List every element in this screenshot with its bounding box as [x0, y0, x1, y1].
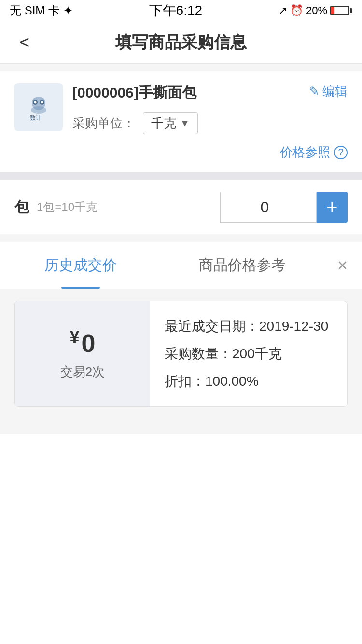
status-left: 无 SIM 卡 ✦ [10, 3, 73, 18]
alarm-icon: ⏰ [290, 4, 303, 17]
purchase-quantity-value: 200千克 [232, 346, 282, 361]
edit-label: 编辑 [322, 83, 348, 100]
price-ref-label: 价格参照 [280, 144, 330, 161]
discount-label: 折扣： [165, 374, 205, 389]
product-info: [0000006]手撕面包 采购单位： 千克 ▼ [72, 83, 198, 134]
quantity-plus-button[interactable]: + [317, 192, 348, 223]
history-details: 最近成交日期：2019-12-30 采购数量：200千克 折扣：100.00% [150, 301, 347, 406]
purchase-quantity-item: 采购数量：200千克 [165, 344, 333, 363]
quantity-sub-label: 1包=10千克 [37, 199, 97, 215]
product-card: 数计 [0000006]手撕面包 采购单位： 千克 ▼ ✎ 编辑 价格参照 [0, 71, 362, 172]
product-name: [0000006]手撕面包 [72, 83, 198, 103]
nav-bar: < 填写商品采购信息 [0, 21, 362, 64]
status-bar: 无 SIM 卡 ✦ 下午6:12 ↗ ⏰ 20% [0, 0, 362, 21]
history-price-value: ¥0 [70, 327, 96, 358]
sim-label: 无 SIM 卡 ✦ [10, 3, 73, 18]
discount-item: 折扣：100.00% [165, 372, 333, 391]
status-time: 下午6:12 [149, 1, 203, 20]
price-number: 0 [82, 329, 96, 357]
page-title: 填写商品采购信息 [115, 31, 247, 54]
chevron-down-icon: ▼ [180, 118, 190, 129]
tab-close-button[interactable]: × [323, 255, 362, 276]
bottom-area [0, 434, 362, 644]
tab-price-reference[interactable]: 商品价格参考 [161, 242, 322, 289]
product-image: 数计 [14, 83, 63, 131]
edit-icon: ✎ [309, 84, 320, 99]
tabs-container: 历史成交价 商品价格参考 × [0, 242, 362, 289]
history-trades-label: 交易2次 [60, 364, 105, 380]
unit-value: 千克 [151, 115, 176, 132]
product-footer: 价格参照 ? [14, 134, 348, 161]
quantity-label: 包 1包=10千克 [14, 197, 97, 217]
history-price-left: ¥0 交易2次 [15, 301, 150, 406]
info-icon: ? [334, 146, 348, 159]
location-icon: ↗ [278, 4, 287, 17]
purchase-quantity-label: 采购数量： [165, 346, 232, 361]
battery-percent: 20% [306, 4, 327, 17]
separator [0, 172, 362, 180]
svg-point-5 [31, 106, 46, 114]
recent-date-value: 2019-12-30 [259, 319, 328, 334]
price-ref-button[interactable]: 价格参照 ? [280, 144, 348, 161]
back-button[interactable]: < [14, 28, 34, 57]
status-right: ↗ ⏰ 20% [278, 4, 352, 17]
quantity-unit-label: 包 [14, 197, 29, 217]
unit-select[interactable]: 千克 ▼ [143, 112, 198, 134]
svg-point-3 [34, 101, 37, 104]
history-card: ¥0 交易2次 最近成交日期：2019-12-30 采购数量：200千克 折扣：… [14, 301, 348, 407]
svg-point-4 [41, 101, 43, 104]
edit-button[interactable]: ✎ 编辑 [309, 83, 348, 100]
recent-date-label: 最近成交日期： [165, 319, 259, 334]
unit-label: 采购单位： [72, 115, 135, 132]
tab-history-price[interactable]: 历史成交价 [0, 242, 161, 289]
recent-date-item: 最近成交日期：2019-12-30 [165, 317, 333, 336]
currency-symbol: ¥ [70, 327, 80, 347]
quantity-controls: + [220, 192, 348, 223]
battery-icon [330, 6, 352, 15]
discount-value: 100.00% [205, 374, 259, 389]
quantity-input[interactable] [220, 192, 317, 223]
history-content: ¥0 交易2次 最近成交日期：2019-12-30 采购数量：200千克 折扣：… [0, 289, 362, 434]
quantity-row: 包 1包=10千克 + [0, 180, 362, 234]
product-unit-row: 采购单位： 千克 ▼ [72, 112, 198, 134]
svg-text:数计: 数计 [30, 114, 42, 121]
